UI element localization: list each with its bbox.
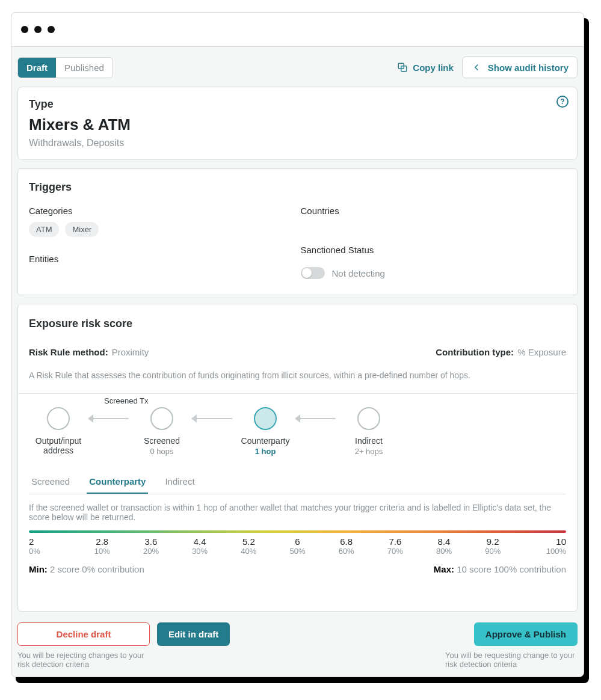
scale-score: 5.2 <box>242 536 255 547</box>
copy-icon <box>397 62 408 73</box>
subtab-counterparty[interactable]: Counterparty <box>87 470 148 494</box>
min-value: 2 score 0% contribution <box>50 564 144 574</box>
scale-percent: 30% <box>192 547 208 556</box>
scale-tick: 3.620% <box>126 536 175 556</box>
toolbar: Draft Published Copy link Show audit his… <box>17 53 578 78</box>
tab-draft[interactable]: Draft <box>18 58 56 78</box>
scale-score: 6.8 <box>340 536 353 547</box>
scale-score: 6 <box>295 536 300 547</box>
scale-tick: 20% <box>29 536 78 556</box>
entities-label: Entities <box>29 254 295 264</box>
exposure-heading: Exposure risk score <box>29 318 566 330</box>
triggers-heading: Triggers <box>29 181 566 194</box>
hop2-title: Counterparty <box>241 436 290 446</box>
state-segmented-control: Draft Published <box>17 57 113 78</box>
type-label: Type <box>29 98 566 111</box>
decline-draft-button[interactable]: Decline draft <box>17 622 150 646</box>
scale-score: 2 <box>29 536 34 547</box>
copy-link-button[interactable]: Copy link <box>397 62 454 73</box>
scale-tick: 7.670% <box>371 536 419 556</box>
hop1-sub: 0 hops <box>150 447 173 456</box>
score-scale: 20%2.810%3.620%4.430%5.240%650%6.860%7.6… <box>29 530 566 556</box>
window-dot-icon <box>48 26 55 33</box>
contrib-value: % Exposure <box>517 347 566 357</box>
scale-score: 3.6 <box>145 536 158 547</box>
sanctioned-toggle[interactable] <box>301 267 325 279</box>
scale-percent: 80% <box>436 547 452 556</box>
show-audit-label: Show audit history <box>488 63 569 73</box>
window-dot-icon <box>21 26 28 33</box>
max-value: 10 score 100% contribution <box>457 564 566 574</box>
hop-node-output-icon <box>47 407 70 430</box>
scale-tick: 5.240% <box>224 536 273 556</box>
scale-percent: 40% <box>241 547 256 556</box>
hop3-sub: 2+ hops <box>355 447 383 456</box>
help-icon[interactable]: ? <box>556 96 569 108</box>
window-dot-icon <box>34 26 42 33</box>
chip-atm[interactable]: ATM <box>29 222 59 237</box>
scale-percent: 100% <box>546 547 566 556</box>
copy-link-label: Copy link <box>413 63 454 73</box>
type-card: Type Mixers & ATM Withdrawals, Deposits … <box>17 87 578 160</box>
contrib-key: Contribution type: <box>436 347 514 357</box>
sanctioned-toggle-label: Not detecting <box>332 268 385 278</box>
scale-tick: 650% <box>273 536 322 556</box>
decline-note: You will be rejecting changes to your ri… <box>17 651 150 669</box>
subtab-indirect[interactable]: Indirect <box>162 470 197 494</box>
hop0-title: Output/input address <box>35 436 81 455</box>
scale-score: 10 <box>556 536 566 547</box>
sanctioned-label: Sanctioned Status <box>301 245 567 255</box>
hop3-title: Indirect <box>355 436 383 446</box>
exposure-card: Exposure risk score Risk Rule method:Pro… <box>17 304 578 612</box>
app-window: Draft Published Copy link Show audit his… <box>11 12 584 677</box>
hop-node-screened-icon <box>150 407 173 430</box>
subtab-description: If the screened wallet or transaction is… <box>29 503 566 522</box>
scale-percent: 70% <box>387 547 403 556</box>
scale-percent: 60% <box>339 547 354 556</box>
scale-score: 4.4 <box>194 536 206 547</box>
edit-in-draft-button[interactable]: Edit in draft <box>157 622 230 646</box>
scale-percent: 10% <box>94 547 110 556</box>
scale-percent: 50% <box>289 547 305 556</box>
categories-label: Categories <box>29 206 295 216</box>
triggers-card: Triggers Categories ATM Mixer Entities C… <box>17 168 578 295</box>
footer-actions: Decline draft You will be rejecting chan… <box>17 620 578 669</box>
scale-score: 7.6 <box>389 536 401 547</box>
scale-tick: 8.480% <box>419 536 468 556</box>
scale-score: 2.8 <box>96 536 108 547</box>
hop1-title: Screened <box>144 436 180 446</box>
scale-score: 8.4 <box>438 536 451 547</box>
type-title: Mixers & ATM <box>29 115 566 134</box>
type-subtitle: Withdrawals, Deposits <box>29 138 566 149</box>
window-titlebar <box>11 13 584 46</box>
approve-note: You will be requesting change to your ri… <box>445 651 578 669</box>
scale-percent: 90% <box>485 547 501 556</box>
hop-node-counterparty-icon <box>254 407 277 430</box>
screened-tx-label: Screened Tx <box>104 396 148 405</box>
scale-tick: 6.860% <box>322 536 371 556</box>
chevron-left-icon <box>471 62 482 73</box>
hops-diagram: Output/input address Screened 0 hops <box>31 407 566 456</box>
scale-percent: 0% <box>29 547 40 556</box>
scale-score: 9.2 <box>487 536 499 547</box>
max-label: Max: <box>434 564 454 574</box>
hop-node-indirect-icon <box>357 407 380 430</box>
scale-percent: 20% <box>143 547 159 556</box>
countries-label: Countries <box>301 206 567 216</box>
show-audit-button[interactable]: Show audit history <box>462 57 578 78</box>
exposure-description: A Risk Rule that assesses the contributi… <box>29 370 566 380</box>
approve-publish-button[interactable]: Approve & Publish <box>474 622 578 646</box>
subtab-screened[interactable]: Screened <box>29 470 72 494</box>
scale-tick: 4.430% <box>176 536 224 556</box>
scale-tick: 2.810% <box>78 536 126 556</box>
method-value: Proximity <box>112 347 149 357</box>
chip-mixer[interactable]: Mixer <box>65 222 99 237</box>
exposure-subtabs: Screened Counterparty Indirect <box>29 470 566 494</box>
method-key: Risk Rule method: <box>29 347 108 357</box>
score-gradient-bar <box>29 530 566 533</box>
hop2-sub: 1 hop <box>255 447 276 456</box>
scale-tick: 9.290% <box>469 536 517 556</box>
scale-tick: 10100% <box>517 536 566 556</box>
tab-published[interactable]: Published <box>56 58 112 78</box>
min-label: Min: <box>29 564 48 574</box>
